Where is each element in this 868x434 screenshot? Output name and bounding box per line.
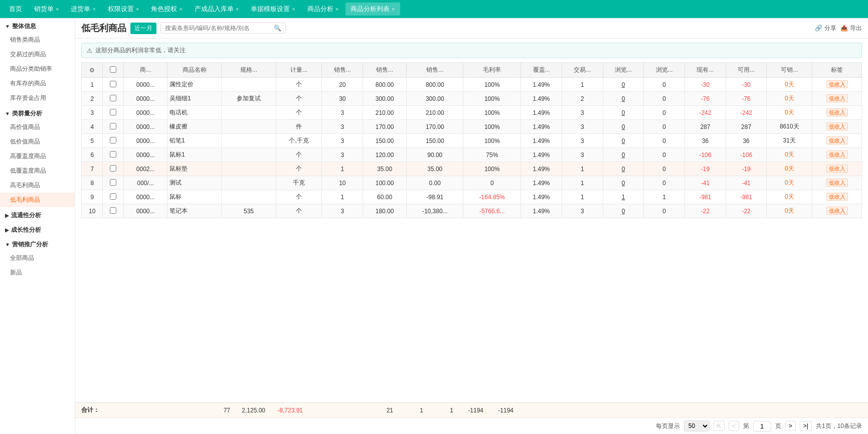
sidebar-group-cluster[interactable]: ▼ 类群量分析 xyxy=(0,105,75,120)
nav-product-analysis[interactable]: 商品分析 × xyxy=(302,3,343,16)
nav-close-icon[interactable]: × xyxy=(292,6,295,12)
row-browse1[interactable]: 1 xyxy=(603,190,644,204)
sidebar-group-growth[interactable]: ▶ 成长性分析 xyxy=(0,222,75,236)
export-button[interactable]: 📤 导出 xyxy=(840,24,862,33)
first-page-button[interactable]: K xyxy=(714,421,725,431)
row-checkbox-cell[interactable] xyxy=(103,134,124,148)
col-code-header[interactable]: 商... xyxy=(124,63,167,78)
nav-close-icon[interactable]: × xyxy=(56,6,59,12)
row-checkbox[interactable] xyxy=(110,137,116,143)
next-page-button[interactable]: > xyxy=(785,421,796,431)
nav-template-settings[interactable]: 单据模板设置 × xyxy=(246,3,300,16)
row-checkbox-cell[interactable] xyxy=(103,106,124,120)
sidebar-item-sales-products[interactable]: 销售类商品 xyxy=(0,33,75,47)
row-checkbox-cell[interactable] xyxy=(103,190,124,204)
row-browse1[interactable]: 0 xyxy=(603,204,644,218)
row-browse1[interactable]: 0 xyxy=(603,148,644,162)
row-checkbox-cell[interactable] xyxy=(103,78,124,92)
row-checkbox[interactable] xyxy=(110,95,116,101)
row-checkbox[interactable] xyxy=(110,165,116,172)
row-checkbox-cell[interactable] xyxy=(103,148,124,162)
nav-home[interactable]: 首页 xyxy=(4,3,27,16)
col-tag-header[interactable]: 标签 xyxy=(812,63,862,78)
page-number-input[interactable] xyxy=(753,421,771,431)
col-price-header[interactable]: 销售... xyxy=(363,63,407,78)
sidebar-item-high-margin[interactable]: 高毛利商品 xyxy=(0,178,75,193)
time-filter-button[interactable]: 近一月 xyxy=(130,23,156,34)
nav-close-icon[interactable]: × xyxy=(92,6,95,12)
sidebar-item-category-rate[interactable]: 商品分类助销率 xyxy=(0,62,75,76)
row-browse1[interactable]: 0 xyxy=(603,106,644,120)
search-input[interactable] xyxy=(165,25,272,32)
row-checkbox-cell[interactable] xyxy=(103,92,124,106)
sidebar-item-high-coverage[interactable]: 高覆盖度商品 xyxy=(0,149,75,164)
settings-icon[interactable]: ⚙ xyxy=(89,67,95,74)
page-size-select[interactable]: 50 20 100 xyxy=(684,420,710,431)
sidebar-item-all-products[interactable]: 全部商品 xyxy=(0,251,75,265)
nav-close-icon[interactable]: × xyxy=(335,6,338,12)
row-price: 180.00 xyxy=(363,204,407,218)
nav-close-icon[interactable]: × xyxy=(179,6,182,12)
col-unit-header[interactable]: 计量... xyxy=(276,63,322,78)
row-browse1[interactable]: 0 xyxy=(603,78,644,92)
col-coverage-header[interactable]: 覆盖... xyxy=(521,63,562,78)
row-browse1[interactable]: 0 xyxy=(603,134,644,148)
row-checkbox-cell[interactable] xyxy=(103,176,124,190)
row-checkbox[interactable] xyxy=(110,207,116,214)
row-stock: -22 xyxy=(685,204,726,218)
sidebar-item-low-value[interactable]: 低价值商品 xyxy=(0,134,75,149)
col-spec-header[interactable]: 规格... xyxy=(222,63,276,78)
col-name-header[interactable]: 商品名称 xyxy=(167,63,222,78)
nav-product-analysis-list[interactable]: 商品分析列表 × xyxy=(345,3,400,16)
row-checkbox[interactable] xyxy=(110,109,116,115)
nav-close-icon[interactable]: × xyxy=(236,6,239,12)
last-page-button[interactable]: >| xyxy=(800,421,812,431)
nav-permissions[interactable]: 权限设置 × xyxy=(103,3,144,16)
sidebar-item-high-value[interactable]: 高价值商品 xyxy=(0,120,75,134)
row-checkbox[interactable] xyxy=(110,179,116,186)
row-browse1[interactable]: 0 xyxy=(603,162,644,176)
row-checkbox[interactable] xyxy=(110,193,116,200)
sidebar-item-in-stock[interactable]: 有库存的商品 xyxy=(0,76,75,91)
row-browse1[interactable]: 0 xyxy=(603,92,644,106)
sidebar-group-marketing[interactable]: ▼ 营销推广分析 xyxy=(0,236,75,251)
col-available-header[interactable]: 可用... xyxy=(726,63,767,78)
col-gross-rate-header[interactable]: 毛利率 xyxy=(463,63,521,78)
nav-sales-order[interactable]: 销货单 × xyxy=(29,3,64,16)
sidebar-item-low-margin[interactable]: 低毛利商品 xyxy=(0,193,75,207)
col-amount-header[interactable]: 销售... xyxy=(407,63,463,78)
main-layout: ▼ 整体信息 销售类商品 交易过的商品 商品分类助销率 有库存的商品 库存资金占… xyxy=(0,18,868,434)
row-checkbox-cell[interactable] xyxy=(103,204,124,218)
row-checkbox[interactable] xyxy=(110,123,116,129)
sidebar-item-traded-products[interactable]: 交易过的商品 xyxy=(0,47,75,62)
nav-close-icon[interactable]: × xyxy=(136,6,139,12)
row-name: 测试 xyxy=(167,176,222,190)
sidebar-item-stock-capital[interactable]: 库存资金占用 xyxy=(0,91,75,105)
select-all-checkbox[interactable] xyxy=(110,66,116,73)
nav-product-warehousing[interactable]: 产成品入库单 × xyxy=(190,3,244,16)
nav-close-icon[interactable]: × xyxy=(392,6,395,12)
sidebar-item-new-products[interactable]: 新品 xyxy=(0,265,75,280)
prev-page-button[interactable]: < xyxy=(729,421,739,431)
col-browse1-header[interactable]: 浏览... xyxy=(603,63,644,78)
col-browse2-header[interactable]: 浏览... xyxy=(644,63,685,78)
col-stock-header[interactable]: 现有... xyxy=(685,63,726,78)
search-box: 🔍 xyxy=(160,23,286,34)
col-settings[interactable]: ⚙ xyxy=(82,63,103,78)
search-icon[interactable]: 🔍 xyxy=(274,25,281,32)
row-checkbox-cell[interactable] xyxy=(103,162,124,176)
row-checkbox-cell[interactable] xyxy=(103,120,124,134)
row-browse1[interactable]: 0 xyxy=(603,176,644,190)
row-checkbox[interactable] xyxy=(110,151,116,158)
nav-role-auth[interactable]: 角色授权 × xyxy=(146,3,187,16)
col-saleable-header[interactable]: 可销... xyxy=(767,63,812,78)
row-checkbox[interactable] xyxy=(110,81,116,87)
sidebar-item-low-coverage[interactable]: 低覆盖度商品 xyxy=(0,164,75,178)
row-browse1[interactable]: 0 xyxy=(603,120,644,134)
sidebar-group-overall[interactable]: ▼ 整体信息 xyxy=(0,18,75,33)
share-button[interactable]: 🔗 分享 xyxy=(815,24,836,33)
sidebar-group-flow[interactable]: ▶ 流通性分析 xyxy=(0,207,75,222)
nav-purchase-order[interactable]: 进货单 × xyxy=(66,3,100,16)
col-trade-header[interactable]: 交易... xyxy=(562,63,603,78)
col-qty-header[interactable]: 销售... xyxy=(322,63,363,78)
